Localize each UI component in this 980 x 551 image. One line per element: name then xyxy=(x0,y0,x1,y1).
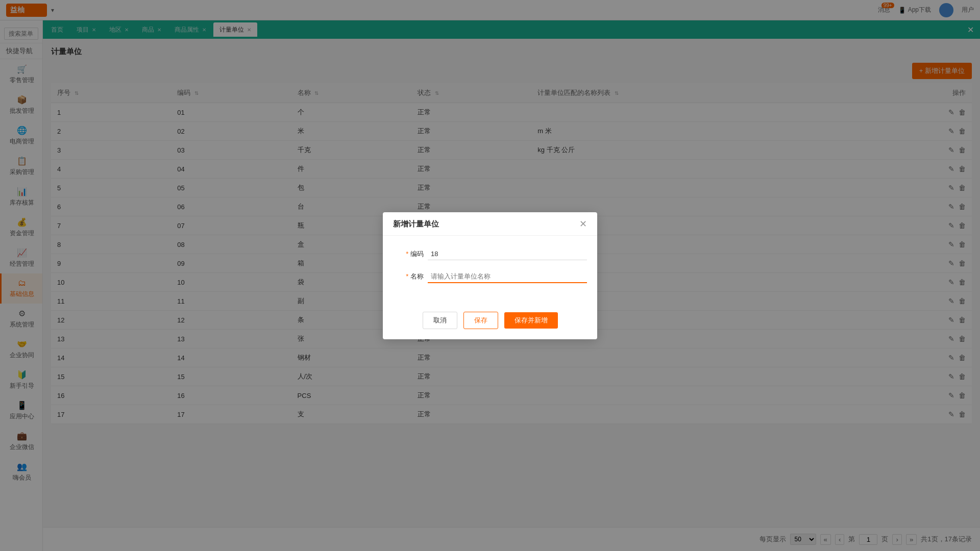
code-input[interactable] xyxy=(428,248,587,260)
save-new-button[interactable]: 保存并新增 xyxy=(504,312,558,329)
name-label-text: 名称 xyxy=(410,272,424,280)
code-label-text: 编码 xyxy=(410,250,424,258)
modal-overlay: 新增计量单位 ✕ * 编码 * 名称 取消 保存 保存并新增 xyxy=(0,0,980,551)
modal-footer: 取消 保存 保存并新增 xyxy=(383,304,597,339)
name-input[interactable] xyxy=(428,270,587,283)
name-required-mark: * xyxy=(406,272,408,280)
code-label: * 编码 xyxy=(393,249,424,259)
form-row-name: * 名称 xyxy=(393,270,587,283)
modal-dialog: 新增计量单位 ✕ * 编码 * 名称 取消 保存 保存并新增 xyxy=(383,212,597,339)
modal-header: 新增计量单位 ✕ xyxy=(383,212,597,236)
code-required-mark: * xyxy=(406,250,408,258)
form-row-code: * 编码 xyxy=(393,248,587,260)
modal-title: 新增计量单位 xyxy=(393,219,439,229)
save-button[interactable]: 保存 xyxy=(463,312,498,329)
name-label: * 名称 xyxy=(393,272,424,281)
modal-close-button[interactable]: ✕ xyxy=(579,219,587,229)
cancel-button[interactable]: 取消 xyxy=(423,312,457,329)
modal-body: * 编码 * 名称 xyxy=(383,236,597,304)
